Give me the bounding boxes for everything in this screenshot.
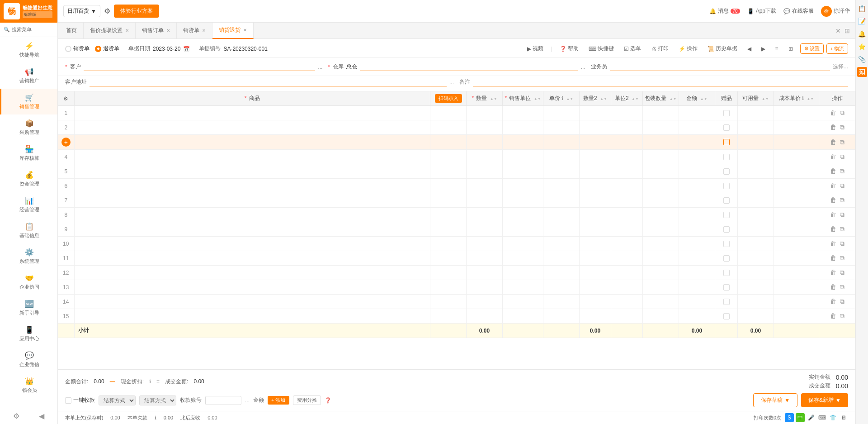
one-key-payment-check[interactable]: 一键收款 [65,396,95,404]
delete-row-3-btn[interactable]: 🗑 [830,138,836,146]
next-btn[interactable]: ▶ [759,44,768,53]
sidebar-item-operations[interactable]: 📊 经营管理 [0,192,57,218]
help-btn[interactable]: ❓ 帮助 [557,43,581,54]
radio-shipment[interactable]: 销货单 [65,45,90,52]
tab-sales-order[interactable]: 销售订单 ✕ [136,23,177,39]
notification-btn[interactable]: 🔔 消息 70 [709,7,740,15]
right-panel-btn-5[interactable]: 📎 [857,54,867,64]
gift-checkbox-3[interactable] [723,139,730,145]
warehouse-select-btn[interactable]: ... [581,64,585,70]
copy-row-14-btn[interactable]: ⧉ [840,298,844,305]
delete-row-4-btn[interactable]: 🗑 [830,153,836,161]
sidebar-item-system[interactable]: ⚙️ 系统管理 [0,243,57,269]
fee-help-icon[interactable]: ❓ [325,397,331,404]
video-btn[interactable]: ▶ 视频 [524,43,546,54]
status-icon-2[interactable]: 中 [796,413,805,422]
delete-row-1-btn[interactable]: 🗑 [830,109,836,117]
radio-return[interactable]: 退货单 [95,45,119,52]
tab-price-setting-close[interactable]: ✕ [125,28,129,33]
search-menu-item[interactable]: 🔍 搜索菜单 [0,23,57,37]
gift-checkbox-6[interactable] [723,183,730,189]
copy-row-13-btn[interactable]: ⧉ [840,283,844,291]
copy-row-5-btn[interactable]: ⧉ [840,167,844,175]
gift-checkbox-12[interactable] [723,270,730,276]
tab-sales-return-close[interactable]: ✕ [243,28,247,33]
delete-row-7-btn[interactable]: 🗑 [830,196,836,204]
gift-checkbox-1[interactable] [723,110,730,116]
copy-row-12-btn[interactable]: ⧉ [840,269,844,276]
sidebar-item-shortcut[interactable]: ⚡ 快捷导航 [0,37,57,63]
delete-row-2-btn[interactable]: 🗑 [830,124,836,131]
fee-split-btn[interactable]: 费用分摊 [293,395,321,405]
col-settings[interactable]: ⚙ [58,91,74,106]
sidebar-item-inventory[interactable]: 🏪 库存核算 [0,140,57,166]
sidebar-item-basic[interactable]: 📋 基础信息 [0,218,57,243]
gift-checkbox-11[interactable] [723,255,730,262]
app-download-btn[interactable]: 📱 App下载 [747,7,776,15]
address-select-btn[interactable]: ... [449,79,454,86]
status-icon-1[interactable]: S [785,413,794,422]
history-btn[interactable]: 📜 历史单据 [705,43,740,54]
select-btn[interactable]: ☑ 选单 [621,43,644,54]
customer-select-btn[interactable]: ... [318,64,322,70]
gift-checkbox-7[interactable] [723,197,730,204]
shortcut-btn[interactable]: ⌨ 快捷键 [586,43,617,54]
gift-checkbox-5[interactable] [723,168,730,175]
gift-checkbox-10[interactable] [723,241,730,247]
staff-select-btn[interactable]: 选择... [833,63,848,71]
product-input-active[interactable] [76,139,429,146]
tab-sales-shipment[interactable]: 销货单 ✕ [177,23,212,39]
save-draft-btn[interactable]: 保存草稿 ▼ [753,393,797,407]
copy-row-15-btn[interactable]: ⧉ [840,312,844,320]
tabs-menu-btn[interactable]: ⊞ [844,27,850,34]
sidebar-item-sales[interactable]: 🛒 销售管理 [0,89,57,114]
delete-row-9-btn[interactable]: 🗑 [830,225,836,233]
note-input[interactable] [473,78,848,86]
close-all-tabs-btn[interactable]: ✕ [835,27,841,34]
gift-checkbox-13[interactable] [723,284,730,291]
right-panel-btn-4[interactable]: ⭐ [857,42,867,52]
sidebar-item-purchase[interactable]: 📦 采购管理 [0,114,57,140]
customer-input[interactable] [84,62,316,71]
copy-row-6-btn[interactable]: ⧉ [840,182,844,190]
scan-input-btn[interactable]: 扫码录入 [435,94,462,103]
account-input[interactable] [205,396,241,405]
tab-sales-return[interactable]: 销货退货 ✕ [212,23,254,39]
sidebar-item-finance[interactable]: 💰 资金管理 [0,166,57,192]
save-new-btn[interactable]: 保存&新增 ▼ [801,393,848,407]
delete-row-15-btn[interactable]: 🗑 [830,312,836,320]
calc-method-select[interactable]: 结算方式 [139,395,176,405]
copy-row-7-btn[interactable]: ⧉ [840,196,844,204]
sidebar-collapse-btn[interactable]: ◀ [39,412,44,420]
sidebar-item-newguide[interactable]: 🆕 新手引导 [0,295,57,321]
right-panel-btn-2[interactable]: 📝 [857,16,867,26]
prev-btn[interactable]: ◀ [745,44,754,53]
print-btn[interactable]: 🖨 打印 [648,43,671,54]
delete-row-8-btn[interactable]: 🗑 [830,211,836,219]
this-order-debit-info[interactable]: ℹ [155,415,156,421]
gift-checkbox-4[interactable] [723,154,730,160]
online-service-btn[interactable]: 💬 在线客服 [783,7,814,15]
delete-row-5-btn[interactable]: 🗑 [830,167,836,175]
status-icon-4[interactable]: ⌨ [817,413,826,422]
gift-checkbox-9[interactable] [723,226,730,233]
settings-side-btn[interactable]: ⚙ 设置 [800,43,824,54]
settlement-method-select[interactable]: 结算方式 [99,395,136,405]
cash-discount-info-icon[interactable]: ℹ [149,379,151,385]
sidebar-item-member[interactable]: 👑 畅会员 [0,372,57,398]
delete-row-13-btn[interactable]: 🗑 [830,283,836,291]
gift-checkbox-8[interactable] [723,212,730,218]
status-icon-6[interactable]: 🖥 [839,413,848,422]
staff-input[interactable] [610,62,830,71]
delete-row-12-btn[interactable]: 🗑 [830,269,836,276]
address-input[interactable] [90,78,447,86]
list-view-btn[interactable]: ≡ [773,44,781,53]
status-icon-5[interactable]: 👕 [828,413,837,422]
delete-row-11-btn[interactable]: 🗑 [830,254,836,262]
delete-row-6-btn[interactable]: 🗑 [830,182,836,190]
copy-row-2-btn[interactable]: ⧉ [840,124,844,131]
warehouse-input[interactable] [360,62,578,71]
status-icon-3[interactable]: 🎤 [807,413,816,422]
unit-price-info-icon[interactable]: ℹ [561,95,563,101]
operation-btn[interactable]: ⚡ 操作 [676,43,700,54]
